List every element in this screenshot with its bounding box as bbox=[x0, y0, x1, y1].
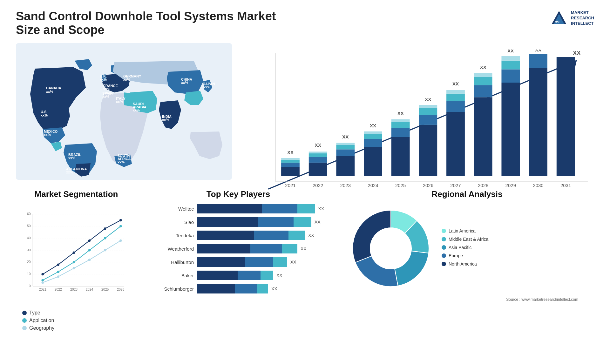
svg-text:2023: 2023 bbox=[70, 288, 78, 291]
player-name: Baker bbox=[152, 273, 194, 278]
svg-text:xx%: xx% bbox=[203, 85, 210, 89]
svg-text:60: 60 bbox=[27, 212, 31, 216]
svg-rect-65 bbox=[391, 128, 410, 137]
svg-rect-82 bbox=[474, 97, 492, 176]
player-bar bbox=[197, 284, 268, 293]
svg-text:2026: 2026 bbox=[423, 183, 433, 188]
player-bar bbox=[197, 244, 297, 253]
svg-point-126 bbox=[104, 227, 106, 230]
regional-section: Regional Analysis Latin AmericaMiddle Ea… bbox=[340, 186, 594, 345]
svg-text:20: 20 bbox=[27, 260, 31, 264]
svg-text:2024: 2024 bbox=[368, 183, 378, 188]
svg-rect-47 bbox=[309, 157, 327, 163]
svg-text:xx%: xx% bbox=[123, 78, 130, 81]
svg-rect-77 bbox=[446, 101, 465, 112]
svg-point-134 bbox=[41, 281, 44, 284]
svg-rect-40 bbox=[281, 167, 300, 176]
svg-rect-78 bbox=[446, 94, 465, 101]
svg-text:0: 0 bbox=[29, 284, 31, 288]
donut-segment bbox=[353, 210, 391, 262]
svg-rect-98 bbox=[557, 57, 575, 176]
donut-container bbox=[346, 204, 435, 294]
regional-legend-dot bbox=[442, 262, 446, 266]
regional-legend-label: Asia Pacific bbox=[449, 245, 471, 250]
svg-point-125 bbox=[88, 239, 91, 242]
svg-point-129 bbox=[57, 271, 60, 273]
svg-rect-60 bbox=[364, 134, 382, 139]
svg-text:xx%: xx% bbox=[46, 90, 53, 93]
regional-legend-dot bbox=[442, 237, 446, 241]
regional-legend-dot bbox=[442, 245, 446, 250]
svg-rect-79 bbox=[446, 90, 465, 94]
svg-text:2030: 2030 bbox=[533, 183, 543, 188]
legend-dot-geography bbox=[22, 326, 27, 330]
svg-point-127 bbox=[119, 219, 122, 222]
svg-point-137 bbox=[88, 259, 91, 261]
regional-legend-item: Latin America bbox=[442, 228, 588, 233]
legend-dot-type bbox=[22, 311, 27, 315]
player-name: Weatherford bbox=[152, 246, 194, 252]
player-bar-container: XX bbox=[197, 271, 324, 280]
svg-text:XX: XX bbox=[370, 123, 376, 128]
svg-text:XX: XX bbox=[425, 97, 431, 102]
logo-icon: MRI bbox=[550, 10, 568, 27]
svg-rect-88 bbox=[501, 83, 520, 176]
svg-text:30: 30 bbox=[27, 248, 31, 252]
svg-text:XX: XX bbox=[507, 50, 514, 53]
svg-point-139 bbox=[119, 239, 122, 242]
donut-svg bbox=[346, 204, 435, 293]
player-bar bbox=[197, 257, 287, 267]
svg-text:MRI: MRI bbox=[555, 20, 559, 23]
svg-text:XX: XX bbox=[397, 111, 404, 116]
svg-rect-94 bbox=[529, 68, 547, 176]
legend-type: Type bbox=[22, 310, 130, 316]
svg-rect-48 bbox=[309, 153, 327, 157]
donut-segment bbox=[395, 251, 429, 286]
svg-text:xx%: xx% bbox=[133, 108, 140, 112]
svg-text:xx%: xx% bbox=[162, 118, 169, 122]
segment-section: Market Segmentation 0 10 20 30 40 50 60 bbox=[16, 186, 137, 345]
player-name: Siao bbox=[152, 219, 194, 225]
svg-text:xx%: xx% bbox=[100, 78, 107, 81]
player-xx-label: XX bbox=[271, 286, 277, 291]
bar-chart-section: XX 2021 XX 2022 XX 2023 bbox=[241, 43, 594, 180]
svg-rect-89 bbox=[501, 69, 520, 83]
svg-text:10: 10 bbox=[27, 272, 31, 276]
regional-legend-label: Middle East & Africa bbox=[449, 237, 488, 242]
legend-dot-application bbox=[22, 318, 27, 323]
regional-chart: Latin AmericaMiddle East & AfricaAsia Pa… bbox=[346, 204, 588, 294]
svg-rect-76 bbox=[446, 112, 465, 176]
world-map-svg: CANADA xx% U.S. xx% MEXICO xx% BRAZIL xx… bbox=[16, 43, 232, 180]
player-bar-container: XX bbox=[197, 217, 324, 227]
svg-rect-95 bbox=[529, 54, 547, 68]
svg-point-136 bbox=[73, 267, 75, 270]
svg-rect-58 bbox=[364, 147, 382, 176]
header: Sand Control Downhole Tool Systems Marke… bbox=[16, 10, 594, 37]
source-text: Source : www.marketresearchintellect.com bbox=[337, 297, 578, 302]
svg-rect-85 bbox=[474, 73, 492, 77]
svg-text:xx%: xx% bbox=[41, 113, 48, 117]
svg-rect-41 bbox=[281, 163, 300, 167]
svg-text:xx%: xx% bbox=[103, 87, 110, 91]
player-xx-label: XX bbox=[301, 246, 307, 251]
regional-legend-item: Middle East & Africa bbox=[442, 237, 588, 242]
svg-rect-67 bbox=[391, 119, 410, 122]
player-name: Halliburton bbox=[152, 260, 194, 265]
svg-rect-91 bbox=[501, 56, 520, 61]
player-bar bbox=[197, 271, 273, 280]
svg-text:40: 40 bbox=[27, 236, 31, 240]
page-title: Sand Control Downhole Tool Systems Marke… bbox=[16, 10, 302, 37]
svg-point-132 bbox=[104, 237, 106, 239]
svg-text:xx%: xx% bbox=[116, 100, 123, 104]
svg-text:2031: 2031 bbox=[560, 183, 571, 188]
svg-point-133 bbox=[119, 225, 122, 228]
player-row: BakerXX bbox=[152, 271, 324, 280]
svg-rect-66 bbox=[391, 122, 410, 128]
player-row: TendekaXX bbox=[152, 231, 324, 240]
svg-text:XX: XX bbox=[573, 50, 581, 56]
regional-legend-label: North America bbox=[449, 261, 477, 266]
segmentation-title: Market Segmentation bbox=[22, 189, 130, 199]
svg-text:xx%: xx% bbox=[118, 160, 125, 164]
svg-text:XX: XX bbox=[342, 134, 349, 139]
player-xx-label: XX bbox=[308, 233, 314, 238]
